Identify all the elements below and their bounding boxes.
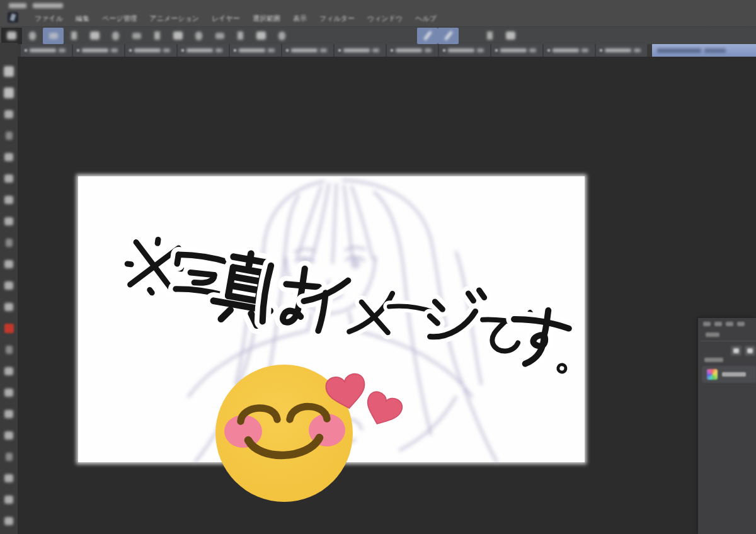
menu-item-5[interactable]: 選択範囲 — [247, 14, 286, 23]
panel-tab-icon[interactable] — [737, 322, 745, 326]
tool-21[interactable] — [0, 510, 18, 531]
tab-label-blob — [239, 48, 265, 52]
document-tab-1[interactable] — [73, 44, 124, 57]
smiling-emoji-sticker — [208, 358, 410, 506]
toolbar-button-2[interactable] — [43, 28, 64, 44]
tool-color-swatch[interactable] — [0, 317, 18, 339]
subtool-label-blob — [722, 372, 746, 377]
tab-label-blob — [372, 48, 379, 52]
tab-label-blob — [134, 48, 161, 52]
toolbar-button-6[interactable] — [126, 28, 147, 44]
document-tab-bar — [0, 44, 756, 57]
toolbar-button-23[interactable] — [479, 28, 500, 44]
color-wheel-icon — [707, 369, 718, 380]
toolbar-button-17 — [355, 28, 375, 44]
document-tab-7[interactable] — [387, 44, 438, 57]
tab-star-icon — [338, 49, 341, 52]
tool-icon — [4, 174, 13, 183]
panel-tab-icon[interactable] — [703, 322, 711, 326]
tab-label-blob — [215, 48, 222, 52]
toolbar-button-10[interactable] — [209, 28, 230, 44]
document-tab-9[interactable] — [491, 44, 542, 57]
tool-8[interactable] — [0, 232, 18, 253]
menu-item-7[interactable]: フィルター — [314, 14, 360, 23]
tool-14[interactable] — [0, 360, 18, 382]
toolbar-button-3[interactable] — [64, 28, 84, 44]
tool-7[interactable] — [0, 210, 18, 232]
toolbar-button-13[interactable] — [272, 28, 292, 44]
menu-item-0[interactable]: ファイル — [29, 14, 69, 23]
toolbar-button-20[interactable] — [417, 28, 438, 44]
tab-label-blob — [500, 48, 527, 52]
toolbar-button-1[interactable] — [22, 28, 43, 44]
document-tab-11[interactable] — [596, 44, 647, 57]
menu-item-6[interactable]: 表示 — [287, 14, 312, 23]
toolbar-button-11[interactable] — [230, 28, 251, 44]
menu-item-1[interactable]: 編集 — [70, 14, 95, 23]
panel-divider — [701, 341, 756, 341]
tool-2[interactable] — [0, 103, 18, 125]
tool-9[interactable] — [0, 253, 18, 275]
tool-4[interactable] — [0, 146, 18, 168]
tool-10[interactable] — [0, 275, 18, 296]
document-tab-4[interactable] — [230, 44, 281, 57]
tool-11[interactable] — [0, 296, 18, 317]
tool-1[interactable] — [0, 82, 18, 103]
tool-6[interactable] — [0, 189, 18, 210]
active-document-tab[interactable] — [652, 44, 756, 57]
tab-label-blob — [82, 48, 108, 52]
document-tab-8[interactable] — [439, 44, 490, 57]
tool-13[interactable] — [0, 339, 18, 360]
document-tab-10[interactable] — [544, 44, 595, 57]
tool-icon — [4, 281, 13, 290]
tool-19[interactable] — [0, 467, 18, 489]
panel-tab-icon[interactable] — [726, 322, 733, 326]
menu-item-2[interactable]: ページ管理 — [96, 14, 143, 23]
toolbar-button-7[interactable] — [147, 28, 168, 44]
tool-icon — [6, 239, 13, 247]
tool-18[interactable] — [0, 446, 18, 467]
canvas-workspace[interactable]: ※写真はイメージです。 — [18, 57, 756, 534]
tool-17[interactable] — [0, 424, 18, 446]
panel-button[interactable] — [745, 346, 755, 356]
menu-item-9[interactable]: ヘルプ — [410, 14, 442, 23]
document-tab-3[interactable] — [178, 44, 229, 57]
toolbar-button-21[interactable] — [438, 28, 459, 44]
tab-label-blob — [581, 48, 588, 52]
tool-icon — [4, 389, 13, 397]
tool-5[interactable] — [0, 168, 18, 189]
toolbar-button-4[interactable] — [84, 28, 105, 44]
tool-0[interactable] — [0, 60, 18, 82]
document-tab-5[interactable] — [282, 44, 333, 57]
active-tab-label-blob — [657, 48, 701, 53]
sub-tool-panel — [698, 318, 756, 534]
document-tab-6[interactable] — [335, 44, 386, 57]
toolbar-button-5[interactable] — [105, 28, 126, 44]
menu-item-8[interactable]: ウィンドウ — [362, 14, 408, 23]
tab-star-icon — [495, 49, 498, 52]
panel-button[interactable] — [731, 346, 742, 356]
tab-label-blob — [163, 48, 170, 52]
selected-subtool-row[interactable] — [702, 366, 756, 383]
menu-item-3[interactable]: アニメーション — [144, 14, 205, 23]
tab-star-icon — [547, 49, 550, 52]
toolbar-button-8[interactable] — [168, 28, 188, 44]
command-toolbar — [0, 26, 756, 44]
tool-15[interactable] — [0, 382, 18, 403]
tab-label-blob — [186, 48, 213, 52]
panel-tab-icon[interactable] — [714, 322, 722, 326]
tool-icon — [4, 66, 14, 77]
toolbar-button-12[interactable] — [251, 28, 272, 44]
toolbar-button-9[interactable] — [188, 28, 209, 44]
toolbar-button-0[interactable] — [1, 28, 22, 44]
tool-20[interactable] — [0, 489, 18, 510]
tool-16[interactable] — [0, 403, 18, 424]
title-bar — [0, 0, 756, 10]
toolbar-button-24[interactable] — [500, 28, 521, 44]
menu-item-4[interactable]: レイヤー — [206, 14, 246, 23]
tool-3[interactable] — [0, 125, 18, 146]
document-tabs — [21, 44, 647, 57]
document-tab-0[interactable] — [21, 44, 72, 57]
document-tab-2[interactable] — [125, 44, 176, 57]
tool-icon — [4, 303, 13, 311]
